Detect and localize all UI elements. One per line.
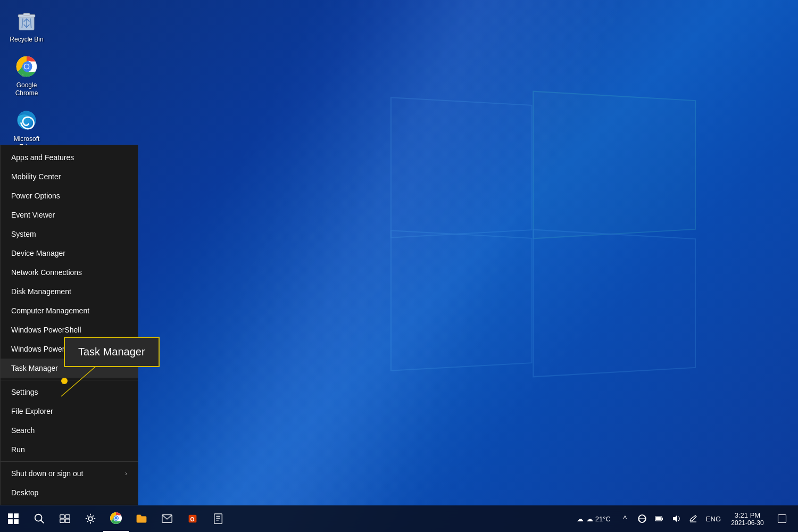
- notepad-icon: [212, 513, 224, 525]
- context-menu: Apps and Features Mobility Center Power …: [0, 145, 138, 505]
- svg-rect-19: [60, 515, 64, 518]
- svg-text:O: O: [190, 517, 194, 522]
- menu-item-settings[interactable]: Settings: [1, 383, 138, 402]
- tray-network-icon[interactable]: [635, 505, 650, 532]
- chrome-icon: G: [14, 54, 39, 79]
- menu-item-network-connections[interactable]: Network Connections: [1, 263, 138, 282]
- recycle-bin-icon: [14, 8, 39, 34]
- system-tray: ^: [618, 505, 701, 532]
- menu-divider-2: [1, 461, 138, 462]
- taskbar-chrome-button[interactable]: [103, 505, 129, 532]
- taskbar-office-button[interactable]: O: [180, 505, 205, 532]
- windows-logo-icon: [7, 513, 19, 525]
- edge-icon: [14, 107, 39, 133]
- start-button[interactable]: [0, 505, 27, 532]
- taskbar-icons: O: [27, 505, 231, 532]
- tray-edit-icon[interactable]: [686, 505, 701, 532]
- language-indicator[interactable]: ENG: [703, 515, 724, 523]
- menu-item-mobility-center[interactable]: Mobility Center: [1, 167, 138, 186]
- taskbar-search-icon: [34, 513, 45, 525]
- svg-rect-2: [23, 13, 30, 15]
- menu-item-computer-management[interactable]: Computer Management: [1, 301, 138, 320]
- task-view-icon: [59, 513, 71, 525]
- svg-rect-39: [656, 517, 661, 520]
- desktop-icon-recycle-bin[interactable]: Recycle Bin: [5, 5, 48, 46]
- chrome-label: Google Chrome: [8, 81, 45, 97]
- svg-point-27: [115, 517, 118, 520]
- taskbar-widgets-button[interactable]: [78, 505, 103, 532]
- menu-item-search[interactable]: Search: [1, 421, 138, 440]
- weather-temp: ☁ 21°C: [586, 515, 611, 523]
- taskbar-notepad-button[interactable]: [205, 505, 231, 532]
- svg-rect-31: [214, 514, 222, 523]
- menu-item-disk-management[interactable]: Disk Management: [1, 282, 138, 301]
- notification-button[interactable]: [771, 505, 793, 532]
- svg-point-17: [35, 514, 42, 521]
- clock-time: 3:21 PM: [735, 511, 760, 519]
- svg-point-10: [24, 64, 29, 69]
- menu-divider-1: [1, 380, 138, 380]
- task-manager-highlight-dot: [61, 378, 68, 384]
- file-explorer-icon: [136, 513, 147, 525]
- svg-rect-21: [60, 519, 64, 522]
- menu-item-event-viewer[interactable]: Event Viewer: [1, 205, 138, 225]
- mail-icon: [161, 513, 173, 525]
- svg-line-18: [41, 520, 44, 523]
- shut-down-arrow-icon: ›: [125, 470, 127, 477]
- menu-item-desktop[interactable]: Desktop: [1, 483, 138, 502]
- taskbar-right: ☁ ☁ 21°C ^: [572, 505, 798, 532]
- recycle-bin-label: Recycle Bin: [10, 36, 43, 43]
- menu-item-shut-down[interactable]: Shut down or sign out ›: [1, 464, 138, 483]
- notification-icon: [777, 514, 787, 523]
- weather-icon: ☁: [577, 515, 584, 523]
- svg-rect-16: [14, 519, 19, 524]
- svg-rect-20: [65, 515, 70, 518]
- taskbar-left: O: [0, 505, 231, 532]
- svg-text:G: G: [21, 74, 23, 78]
- svg-rect-22: [65, 519, 70, 522]
- clock-widget[interactable]: 3:21 PM 2021-06-30: [726, 505, 769, 532]
- menu-item-apps-features[interactable]: Apps and Features: [1, 148, 138, 167]
- clock-date: 2021-06-30: [731, 519, 763, 527]
- tray-battery-icon[interactable]: [652, 505, 667, 532]
- desktop-icons-area: Recycle Bin G: [5, 5, 48, 153]
- svg-rect-13: [8, 513, 13, 518]
- svg-marker-40: [673, 515, 677, 522]
- widgets-icon: [85, 513, 96, 525]
- taskbar-file-explorer-button[interactable]: [129, 505, 154, 532]
- svg-rect-14: [14, 513, 19, 518]
- weather-widget[interactable]: ☁ ☁ 21°C: [572, 505, 615, 532]
- taskbar-task-view-button[interactable]: [52, 505, 78, 532]
- svg-rect-15: [8, 519, 13, 524]
- taskbar-search-button[interactable]: [27, 505, 52, 532]
- desktop-windows-logo: [383, 80, 702, 399]
- taskbar-mail-button[interactable]: [154, 505, 180, 532]
- menu-item-power-options[interactable]: Power Options: [1, 186, 138, 205]
- taskbar: O ☁ ☁ 21°C: [0, 505, 798, 532]
- tray-chevron-up[interactable]: ^: [618, 505, 633, 532]
- desktop-icon-google-chrome[interactable]: G Google Chrome: [5, 51, 48, 99]
- svg-rect-38: [662, 518, 663, 520]
- desktop: Recycle Bin G: [0, 0, 798, 532]
- tray-sound-icon[interactable]: [669, 505, 684, 532]
- menu-item-run[interactable]: Run: [1, 440, 138, 459]
- menu-item-device-manager[interactable]: Device Manager: [1, 244, 138, 263]
- menu-item-file-explorer[interactable]: File Explorer: [1, 402, 138, 421]
- svg-rect-42: [778, 515, 786, 523]
- office-icon: O: [187, 513, 198, 525]
- taskbar-chrome-icon: [110, 512, 122, 525]
- task-manager-tooltip: Task Manager: [64, 337, 160, 367]
- svg-point-23: [88, 517, 92, 520]
- menu-item-system[interactable]: System: [1, 225, 138, 244]
